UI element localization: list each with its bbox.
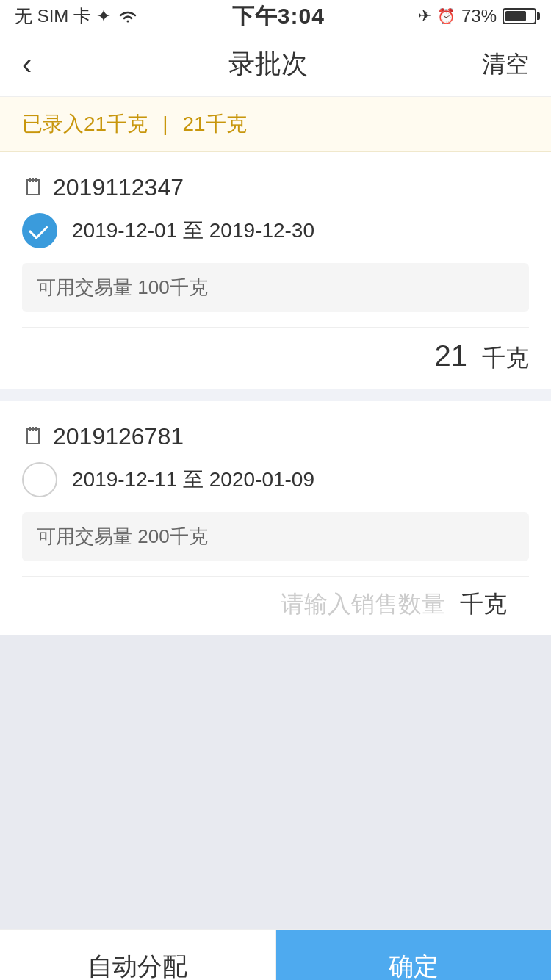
batch-amount-unit-1: 千克 bbox=[482, 342, 529, 375]
batch-icon-1: 🗒 bbox=[22, 174, 46, 201]
status-bar-left: 无 SIM 卡 ✦ bbox=[15, 4, 139, 28]
batch-icon-2: 🗒 bbox=[22, 423, 46, 450]
clear-button[interactable]: 清空 bbox=[470, 48, 529, 81]
empty-area bbox=[0, 635, 551, 929]
summary-divider: | bbox=[162, 112, 168, 136]
batch-amount-row-1: 21 千克 bbox=[22, 327, 529, 389]
page-title: 录批次 bbox=[66, 46, 470, 82]
batch-id-2: 2019126781 bbox=[53, 423, 184, 450]
batch-date-row-2[interactable]: 2019-12-11 至 2020-01-09 bbox=[22, 462, 529, 497]
alarm-icon: ⏰ bbox=[437, 7, 455, 25]
auto-distribute-button[interactable]: 自动分配 bbox=[0, 930, 276, 980]
batch-date-1: 2019-12-01 至 2019-12-30 bbox=[72, 217, 314, 245]
main-content: 🗒 2019112347 2019-12-01 至 2019-12-30 可用交… bbox=[0, 152, 551, 929]
nav-bar: ‹ 录批次 清空 bbox=[0, 32, 551, 97]
location-icon: ✈ bbox=[418, 7, 431, 26]
batch-id-1: 2019112347 bbox=[53, 174, 184, 201]
batch-avail-1: 可用交易量 100千克 bbox=[22, 263, 529, 312]
summary-bar: 已录入21千克 | 21千克 bbox=[0, 97, 551, 152]
batch-date-row-1[interactable]: 2019-12-01 至 2019-12-30 bbox=[22, 213, 529, 248]
batch-date-2: 2019-12-11 至 2020-01-09 bbox=[72, 466, 314, 494]
radio-button-2[interactable] bbox=[22, 462, 57, 497]
quantity-input[interactable] bbox=[44, 591, 445, 618]
input-unit: 千克 bbox=[460, 588, 507, 621]
status-bar: 无 SIM 卡 ✦ 下午3:04 ✈ ⏰ 73% bbox=[0, 0, 551, 32]
batch-id-row-2: 🗒 2019126781 bbox=[22, 423, 529, 450]
input-amount-row: 千克 bbox=[22, 576, 529, 635]
sim-status: 无 SIM 卡 ✦ bbox=[15, 4, 111, 28]
section-divider-1 bbox=[0, 389, 551, 401]
status-bar-time: 下午3:04 bbox=[232, 1, 325, 32]
summary-amount: 21千克 bbox=[182, 110, 246, 138]
battery-fill bbox=[505, 11, 526, 21]
back-button[interactable]: ‹ bbox=[22, 48, 66, 81]
batch-item-1: 🗒 2019112347 2019-12-01 至 2019-12-30 可用交… bbox=[0, 152, 551, 389]
battery-percent: 73% bbox=[461, 6, 497, 26]
batch-avail-2: 可用交易量 200千克 bbox=[22, 512, 529, 561]
battery-icon bbox=[503, 8, 536, 24]
batch-amount-value-1: 21 bbox=[435, 339, 468, 372]
confirm-button[interactable]: 确定 bbox=[276, 930, 552, 980]
wifi-icon bbox=[117, 8, 139, 24]
summary-recorded: 已录入21千克 bbox=[22, 110, 148, 138]
status-bar-right: ✈ ⏰ 73% bbox=[418, 6, 536, 26]
batch-id-row-1: 🗒 2019112347 bbox=[22, 174, 529, 201]
bottom-bar: 自动分配 确定 bbox=[0, 929, 551, 980]
radio-button-1[interactable] bbox=[22, 213, 57, 248]
batch-item-2: 🗒 2019126781 2019-12-11 至 2020-01-09 可用交… bbox=[0, 401, 551, 635]
